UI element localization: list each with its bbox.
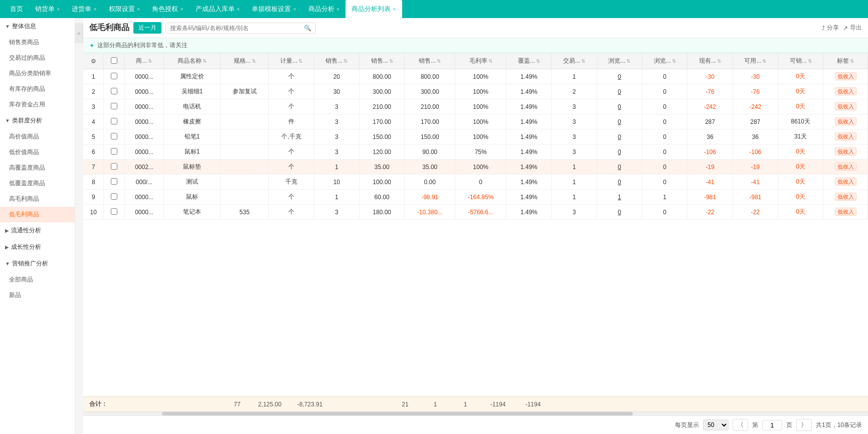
row-checkbox[interactable] bbox=[111, 148, 117, 155]
sidebar-item-high-margin[interactable]: 高毛利商品 bbox=[0, 191, 75, 207]
browse1-link[interactable]: 0 bbox=[618, 209, 621, 216]
col-sale-qty[interactable]: 销售...⇅ bbox=[314, 53, 359, 69]
sidebar-item-in-stock[interactable]: 有库存的商品 bbox=[0, 81, 75, 97]
share-button[interactable]: ⤴ 分享 bbox=[822, 24, 839, 32]
browse1-link[interactable]: 0 bbox=[618, 133, 621, 140]
select-all-checkbox[interactable] bbox=[111, 57, 117, 64]
row-checkbox[interactable] bbox=[111, 163, 117, 170]
per-page-select[interactable]: 50 20 100 bbox=[703, 419, 729, 430]
cell-checkbox[interactable] bbox=[104, 175, 124, 190]
col-coverage[interactable]: 覆盖...⇅ bbox=[506, 53, 552, 69]
sidebar-item-low-margin[interactable]: 低毛利商品 bbox=[0, 207, 75, 222]
nav-template-settings[interactable]: 单据模板设置 × bbox=[246, 0, 302, 18]
browse1-link[interactable]: 0 bbox=[618, 73, 621, 80]
col-unit[interactable]: 计量...⇅ bbox=[269, 53, 314, 69]
sidebar-group-overall[interactable]: ▼ 整体信息 bbox=[0, 18, 75, 35]
nav-role-auth[interactable]: 角色授权 × bbox=[146, 0, 189, 18]
sidebar-item-low-value[interactable]: 低价值商品 bbox=[0, 144, 75, 160]
sidebar-group-marketing[interactable]: ▼ 营销推广分析 bbox=[0, 255, 75, 272]
cell-checkbox[interactable] bbox=[104, 190, 124, 205]
col-browse1[interactable]: 浏览...⇅ bbox=[597, 53, 642, 69]
browse1-link[interactable]: 0 bbox=[618, 103, 621, 110]
data-table-container[interactable]: ⚙ 商...⇅ 商品名称⇅ 规格...⇅ 计量...⇅ 销售...⇅ 销售...… bbox=[83, 53, 868, 396]
nav-close-icon[interactable]: × bbox=[293, 6, 296, 12]
nav-close-icon[interactable]: × bbox=[180, 6, 183, 12]
col-checkbox[interactable] bbox=[104, 53, 124, 69]
browse1-link[interactable]: 0 bbox=[618, 118, 621, 125]
nav-sales-order[interactable]: 销货单 × bbox=[29, 0, 66, 18]
col-browse2[interactable]: 浏览...⇅ bbox=[642, 53, 687, 69]
sidebar-group-cluster[interactable]: ▼ 类群度分析 bbox=[0, 112, 75, 129]
cell-browse1[interactable]: 0 bbox=[597, 129, 642, 144]
cell-checkbox[interactable] bbox=[104, 160, 124, 175]
search-input[interactable] bbox=[170, 25, 302, 32]
nav-close-icon[interactable]: × bbox=[393, 6, 396, 12]
nav-close-icon[interactable]: × bbox=[336, 6, 339, 12]
sidebar-item-category-rate[interactable]: 商品分类助销率 bbox=[0, 66, 75, 81]
sidebar-item-all-products[interactable]: 全部商品 bbox=[0, 272, 75, 287]
nav-purchase-order[interactable]: 进货单 × bbox=[66, 0, 102, 18]
cell-browse1[interactable]: 0 bbox=[597, 175, 642, 190]
sidebar-item-low-coverage[interactable]: 低覆盖度商品 bbox=[0, 176, 75, 191]
cell-browse1[interactable]: 0 bbox=[597, 144, 642, 160]
browse1-link[interactable]: 0 bbox=[618, 164, 621, 171]
browse1-link[interactable]: 0 bbox=[618, 179, 621, 186]
browse1-link[interactable]: 1 bbox=[618, 194, 621, 201]
sidebar-item-sales-category[interactable]: 销售类商品 bbox=[0, 35, 75, 50]
col-available-stock[interactable]: 可用...⇅ bbox=[733, 53, 778, 69]
nav-product-analysis[interactable]: 商品分析 × bbox=[302, 0, 345, 18]
row-checkbox[interactable] bbox=[111, 178, 117, 185]
sidebar-group-growth[interactable]: ▶ 成长性分析 bbox=[0, 239, 75, 255]
col-transaction[interactable]: 交易...⇅ bbox=[552, 53, 597, 69]
col-saleable-days[interactable]: 可销...⇅ bbox=[778, 53, 823, 69]
search-icon[interactable]: 🔍 bbox=[304, 25, 311, 32]
date-filter-button[interactable]: 近一月 bbox=[133, 22, 161, 34]
row-checkbox[interactable] bbox=[111, 208, 117, 215]
row-checkbox[interactable] bbox=[111, 73, 117, 79]
col-current-stock[interactable]: 现有...⇅ bbox=[687, 53, 733, 69]
row-checkbox[interactable] bbox=[111, 103, 117, 109]
cell-browse1[interactable]: 0 bbox=[597, 69, 642, 84]
horizontal-scrollbar[interactable] bbox=[83, 411, 868, 415]
col-sale-cost[interactable]: 销售...⇅ bbox=[405, 53, 455, 69]
col-product-code[interactable]: 商...⇅ bbox=[124, 53, 164, 69]
nav-home[interactable]: 首页 bbox=[4, 0, 29, 18]
page-number-input[interactable] bbox=[762, 420, 782, 430]
cell-checkbox[interactable] bbox=[104, 114, 124, 129]
nav-product-entry[interactable]: 产成品入库单 × bbox=[190, 0, 246, 18]
next-page-button[interactable]: 〉 bbox=[796, 419, 812, 431]
cell-browse1[interactable]: 0 bbox=[597, 160, 642, 175]
cell-browse1[interactable]: 0 bbox=[597, 84, 642, 99]
col-gross-rate[interactable]: 毛利率⇅ bbox=[455, 53, 506, 69]
nav-permission-settings[interactable]: 权限设置 × bbox=[103, 0, 146, 18]
sidebar-item-stock-capital[interactable]: 库存资金占用 bbox=[0, 97, 75, 112]
nav-close-icon[interactable]: × bbox=[237, 6, 240, 12]
sidebar-group-circulation[interactable]: ▶ 流通性分析 bbox=[0, 222, 75, 239]
cell-checkbox[interactable] bbox=[104, 144, 124, 160]
col-product-name[interactable]: 商品名称⇅ bbox=[164, 53, 220, 69]
sidebar-item-traded[interactable]: 交易过的商品 bbox=[0, 50, 75, 66]
nav-close-icon[interactable]: × bbox=[93, 6, 96, 12]
sidebar-item-new-products[interactable]: 新品 bbox=[0, 287, 75, 303]
col-settings[interactable]: ⚙ bbox=[83, 53, 104, 69]
sidebar-collapse-button[interactable]: « bbox=[75, 23, 83, 43]
scrollbar-thumb[interactable] bbox=[162, 412, 633, 415]
cell-checkbox[interactable] bbox=[104, 69, 124, 84]
col-sale-amount[interactable]: 销售...⇅ bbox=[359, 53, 404, 69]
sidebar-item-high-value[interactable]: 高价值商品 bbox=[0, 129, 75, 144]
cell-browse1[interactable]: 0 bbox=[597, 205, 642, 220]
export-button[interactable]: ↗ 导出 bbox=[843, 24, 862, 32]
col-spec[interactable]: 规格...⇅ bbox=[220, 53, 269, 69]
cell-browse1[interactable]: 0 bbox=[597, 114, 642, 129]
nav-product-analysis-list[interactable]: 商品分析列表 × bbox=[345, 0, 402, 18]
browse1-link[interactable]: 0 bbox=[618, 88, 621, 95]
cell-checkbox[interactable] bbox=[104, 84, 124, 99]
nav-close-icon[interactable]: × bbox=[137, 6, 140, 12]
sidebar-item-high-coverage[interactable]: 高覆盖度商品 bbox=[0, 160, 75, 176]
row-checkbox[interactable] bbox=[111, 193, 117, 200]
cell-browse1[interactable]: 0 bbox=[597, 99, 642, 114]
browse1-link[interactable]: 0 bbox=[618, 149, 621, 156]
prev-page-button[interactable]: 〈 bbox=[733, 419, 748, 431]
row-checkbox[interactable] bbox=[111, 118, 117, 124]
cell-browse1[interactable]: 1 bbox=[597, 190, 642, 205]
